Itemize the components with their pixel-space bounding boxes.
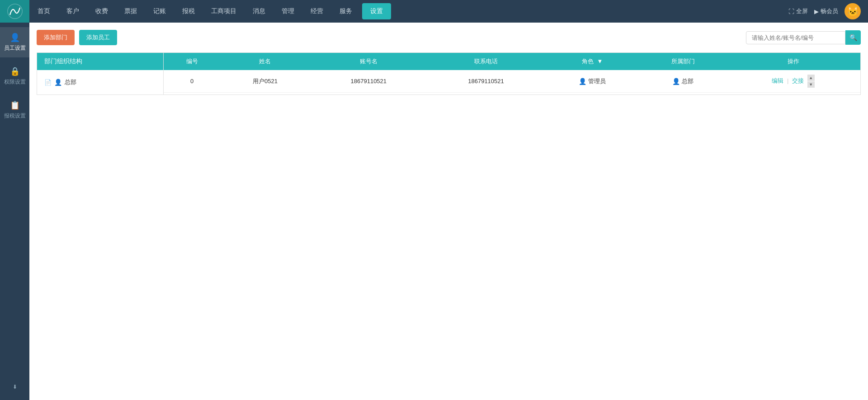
dept-node-root[interactable]: 📄 👤 总部	[44, 75, 156, 89]
sidebar-item-permission[interactable]: 🔒 权限设置	[0, 61, 29, 91]
cell-phone: 18679110521	[427, 70, 545, 93]
nav-customer[interactable]: 客户	[58, 0, 87, 23]
role-user-icon: 👤	[579, 78, 586, 85]
dept-value: 总部	[682, 77, 693, 85]
member-icon: ▶	[814, 8, 819, 15]
nav-items: 首页 客户 收费 票据 记账 报税 工商项目 消息 管理 经营 服务 设置	[29, 0, 788, 23]
dept-tree-header: 部门组织结构	[37, 53, 163, 70]
nav-accounting[interactable]: 记账	[145, 0, 174, 23]
col-action: 操作	[726, 53, 860, 70]
nav-message[interactable]: 消息	[245, 0, 274, 23]
fullscreen-icon: ⛶	[788, 8, 794, 15]
col-account: 账号名	[310, 53, 427, 70]
search-button[interactable]: 🔍	[845, 30, 861, 45]
nav-home[interactable]: 首页	[29, 0, 58, 23]
sidebar-bottom: ⬇	[11, 378, 19, 395]
sidebar-bottom-btn[interactable]: ⬇	[11, 378, 19, 395]
cell-actions: 编辑 | 交接 ▲ ▼	[726, 70, 860, 93]
sidebar: 👤 员工设置 🔒 权限设置 📋 报税设置 ⬇	[0, 23, 29, 400]
file-icon: 📄	[44, 79, 52, 86]
fullscreen-btn[interactable]: ⛶ 全屏	[788, 7, 808, 15]
employee-table: 编号 姓名 账号名 联系电话 角色 ▼ 所属部门 操作	[164, 53, 860, 93]
nav-billing[interactable]: 收费	[87, 0, 116, 23]
dept-user-icon: 👤	[672, 78, 680, 85]
table-header-row: 编号 姓名 账号名 联系电话 角色 ▼ 所属部门 操作	[164, 53, 860, 70]
employee-icon: 👤	[10, 33, 20, 42]
cell-dept: 👤 总部	[640, 70, 726, 93]
cell-account: 18679110521	[310, 70, 427, 93]
nav-operation[interactable]: 经营	[302, 0, 331, 23]
role-value: 管理员	[588, 77, 606, 85]
search-area: 🔍	[746, 30, 861, 45]
fullscreen-label: 全屏	[796, 7, 808, 15]
nav-settings[interactable]: 设置	[362, 3, 391, 19]
nav-invoice[interactable]: 票据	[116, 0, 145, 23]
edit-link[interactable]: 编辑	[772, 77, 783, 84]
col-phone: 联系电话	[427, 53, 545, 70]
table-body: 0 用户0521 18679110521 18679110521 👤 管理员 👤…	[164, 70, 860, 93]
add-dept-button[interactable]: 添加部门	[37, 30, 75, 45]
two-panel: 部门组织结构 📄 👤 总部 编号 姓名 账号名	[37, 52, 861, 95]
dept-tree-content: 📄 👤 总部	[37, 70, 163, 94]
col-role: 角色 ▼	[545, 53, 640, 70]
dept-node-label: 总部	[65, 78, 76, 86]
cell-id: 0	[164, 70, 220, 93]
member-btn[interactable]: ▶ 畅会员	[814, 7, 838, 15]
sidebar-employee-label: 员工设置	[4, 44, 26, 52]
scroll-up-btn[interactable]: ▲	[807, 75, 815, 81]
logo	[0, 0, 29, 23]
sidebar-item-tax-settings[interactable]: 📋 报税设置	[0, 95, 29, 125]
dept-tree: 部门组织结构 📄 👤 总部	[37, 53, 164, 94]
main-layout: 👤 员工设置 🔒 权限设置 📋 报税设置 ⬇ 添加部门 添加员工 🔍	[0, 23, 868, 400]
col-id: 编号	[164, 53, 220, 70]
cell-name: 用户0521	[220, 70, 310, 93]
search-input[interactable]	[746, 31, 845, 44]
member-label: 畅会员	[821, 7, 838, 15]
toolbar: 添加部门 添加员工 🔍	[37, 30, 861, 45]
nav-manage[interactable]: 管理	[274, 0, 302, 23]
sidebar-tax-label: 报税设置	[4, 112, 26, 120]
handover-link[interactable]: 交接	[792, 77, 804, 84]
download-icon: ⬇	[13, 384, 17, 390]
cell-role: 👤 管理员	[545, 70, 640, 93]
tax-settings-icon: 📋	[10, 100, 20, 110]
nav-service[interactable]: 服务	[331, 0, 360, 23]
avatar[interactable]: 🐱	[844, 3, 861, 19]
action-separator: |	[787, 77, 788, 84]
col-name: 姓名	[220, 53, 310, 70]
add-emp-button[interactable]: 添加员工	[79, 30, 117, 45]
dept-user-icon: 👤	[54, 79, 62, 86]
nav-tax[interactable]: 报税	[174, 0, 203, 23]
content-area: 添加部门 添加员工 🔍 部门组织结构 📄 👤 总部	[29, 23, 868, 400]
lock-icon: 🔒	[10, 66, 20, 76]
table-row: 0 用户0521 18679110521 18679110521 👤 管理员 👤…	[164, 70, 860, 93]
nav-right: ⛶ 全屏 ▶ 畅会员 🐱	[788, 3, 868, 19]
nav-business[interactable]: 工商项目	[203, 0, 245, 23]
top-navigation: 首页 客户 收费 票据 记账 报税 工商项目 消息 管理 经营 服务 设置 ⛶ …	[0, 0, 868, 23]
role-filter-icon[interactable]: ▼	[597, 58, 603, 65]
sidebar-item-employee[interactable]: 👤 员工设置	[0, 27, 29, 57]
sidebar-permission-label: 权限设置	[4, 78, 26, 86]
emp-table: 编号 姓名 账号名 联系电话 角色 ▼ 所属部门 操作	[164, 53, 860, 94]
search-icon: 🔍	[849, 34, 857, 41]
scroll-down-btn[interactable]: ▼	[807, 81, 815, 88]
col-dept: 所属部门	[640, 53, 726, 70]
